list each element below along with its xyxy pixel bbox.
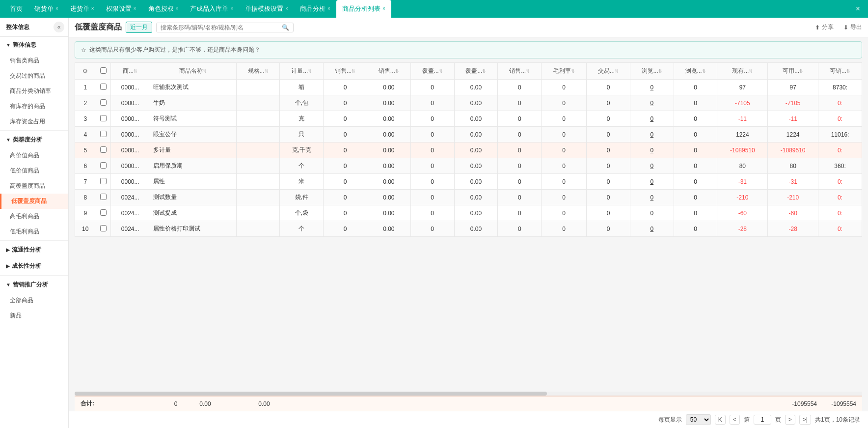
row-checkbox[interactable] (96, 205, 110, 221)
nav-product-analysis[interactable]: 商品分析 × (294, 0, 336, 18)
row-checkbox-input[interactable] (100, 194, 107, 200)
row-browse1[interactable]: 0 (630, 95, 674, 111)
row-checkbox-input[interactable] (100, 225, 107, 231)
sidebar-group-marketing[interactable]: ▼ 营销推广分析 (0, 277, 68, 293)
row-checkbox-input[interactable] (100, 209, 107, 216)
sort-trade-count-icon[interactable]: ⇅ (615, 69, 619, 74)
row-checkbox[interactable] (96, 127, 110, 143)
page-number-input[interactable] (754, 415, 771, 425)
th-unit[interactable]: 计量...⇅ (280, 63, 324, 80)
th-cover-rate[interactable]: 覆盖...⇅ (454, 63, 498, 80)
th-name[interactable]: 商品名称⇅ (150, 63, 236, 80)
data-table-wrapper[interactable]: ⚙ 商...⇅ 商品名称⇅ 规格...⇅ 计量...⇅ 销售...⇅ 销售...… (75, 62, 862, 392)
row-checkbox[interactable] (96, 95, 110, 111)
close-template-settings[interactable]: × (285, 0, 288, 18)
sort-browse2-icon[interactable]: ⇅ (702, 69, 706, 74)
row-checkbox[interactable] (96, 80, 110, 95)
select-all-checkbox[interactable] (100, 67, 107, 74)
sort-available-icon[interactable]: ⇅ (799, 69, 803, 74)
sort-saleable-icon[interactable]: ⇅ (846, 69, 850, 74)
row-checkbox[interactable] (96, 221, 110, 237)
sort-sales-qty-icon[interactable]: ⇅ (352, 69, 355, 74)
row-checkbox[interactable] (96, 111, 110, 127)
first-page-button[interactable]: K (715, 415, 726, 425)
close-purchase-order[interactable]: × (91, 0, 94, 18)
sidebar-item-traded-products[interactable]: 交易过的商品 (0, 68, 68, 84)
th-browse2[interactable]: 浏览...⇅ (674, 63, 717, 80)
row-browse1[interactable]: 0 (630, 174, 674, 190)
horizontal-scrollbar[interactable] (75, 392, 862, 396)
nav-product-analysis-list[interactable]: 商品分析列表 × (336, 0, 391, 18)
nav-purchase-order[interactable]: 进货单 × (64, 0, 100, 18)
row-checkbox-input[interactable] (100, 178, 107, 184)
th-trade-count[interactable]: 交易...⇅ (587, 63, 630, 80)
prev-page-button[interactable]: < (730, 415, 740, 425)
row-checkbox[interactable] (96, 174, 110, 190)
close-product-analysis-list[interactable]: × (382, 0, 385, 18)
sidebar-item-all-products[interactable]: 全部商品 (0, 293, 68, 308)
sort-current-stock-icon[interactable]: ⇅ (749, 69, 753, 74)
row-browse1[interactable]: 0 (630, 205, 674, 221)
page-size-select[interactable]: 50 20 100 (686, 414, 711, 425)
sidebar-item-stocked[interactable]: 有库存的商品 (0, 99, 68, 114)
row-checkbox[interactable] (96, 190, 110, 205)
nav-product-inbound[interactable]: 产成品入库单 × (184, 0, 239, 18)
sidebar-collapse-button[interactable]: « (54, 22, 64, 32)
row-checkbox-input[interactable] (100, 131, 107, 137)
row-browse1[interactable]: 0 (630, 80, 674, 95)
sort-browse1-icon[interactable]: ⇅ (658, 69, 662, 74)
sort-sales-amt-icon[interactable]: ⇅ (395, 69, 399, 74)
row-browse1[interactable]: 0 (630, 143, 674, 158)
row-checkbox[interactable] (96, 158, 110, 174)
sidebar-item-low-value[interactable]: 低价值商品 (0, 163, 68, 178)
close-sales-order[interactable]: × (55, 0, 58, 18)
row-browse1[interactable]: 0 (630, 127, 674, 143)
next-page-button[interactable]: > (785, 415, 795, 425)
sort-cover-count-icon[interactable]: ⇅ (439, 69, 443, 74)
nav-sales-order[interactable]: 销货单 × (28, 0, 64, 18)
sidebar-group-growth[interactable]: ▶ 成长性分析 (0, 258, 68, 274)
sort-sales-days-icon[interactable]: ⇅ (526, 69, 530, 74)
sidebar-group-quality[interactable]: ▼ 类群度分析 (0, 132, 68, 148)
sort-cover-rate-icon[interactable]: ⇅ (482, 69, 486, 74)
sidebar-group-flow[interactable]: ▶ 流通性分析 (0, 242, 68, 258)
row-checkbox-input[interactable] (100, 162, 107, 169)
th-gross-rate[interactable]: 毛利率⇅ (542, 63, 587, 80)
nav-home[interactable]: 首页 (4, 0, 28, 18)
search-input[interactable] (161, 24, 280, 31)
period-filter-button[interactable]: 近一月 (126, 22, 152, 33)
th-current-stock[interactable]: 现有...⇅ (717, 63, 768, 80)
row-browse1[interactable]: 0 (630, 111, 674, 127)
row-checkbox-input[interactable] (100, 115, 107, 121)
th-browse1[interactable]: 浏览...⇅ (630, 63, 674, 80)
search-icon[interactable]: 🔍 (282, 24, 289, 31)
th-sales-qty[interactable]: 销售...⇅ (324, 63, 367, 80)
th-code[interactable]: 商...⇅ (110, 63, 150, 80)
sidebar-item-high-value[interactable]: 高价值商品 (0, 148, 68, 163)
close-product-inbound[interactable]: × (230, 0, 233, 18)
row-checkbox-input[interactable] (100, 84, 107, 90)
sidebar-item-high-coverage[interactable]: 高覆盖度商品 (0, 178, 68, 194)
nav-permission-settings[interactable]: 权限设置 × (100, 0, 142, 18)
row-checkbox-input[interactable] (100, 99, 107, 106)
last-page-button[interactable]: >| (799, 415, 811, 425)
settings-icon[interactable]: ⚙ (82, 68, 88, 75)
sidebar-item-category-rate[interactable]: 商品分类动销率 (0, 84, 68, 99)
th-spec[interactable]: 规格...⇅ (236, 63, 280, 80)
row-browse1[interactable]: 0 (630, 158, 674, 174)
close-permission-settings[interactable]: × (134, 0, 136, 18)
th-cover-count[interactable]: 覆盖...⇅ (410, 63, 454, 80)
th-checkbox[interactable] (96, 63, 110, 80)
row-browse1[interactable]: 0 (630, 221, 674, 237)
nav-template-settings[interactable]: 单据模板设置 × (239, 0, 294, 18)
sidebar-item-sales-products[interactable]: 销售类商品 (0, 53, 68, 68)
sort-gross-rate-icon[interactable]: ⇅ (571, 69, 575, 74)
sort-code-icon[interactable]: ⇅ (134, 69, 137, 74)
scrollbar-thumb[interactable] (75, 392, 547, 396)
close-all-tabs[interactable]: × (852, 4, 864, 13)
share-button[interactable]: ⬆ 分享 (815, 23, 834, 31)
nav-role-auth[interactable]: 角色授权 × (142, 0, 185, 18)
sort-spec-icon[interactable]: ⇅ (265, 69, 269, 74)
th-available[interactable]: 可用...⇅ (768, 63, 818, 80)
sidebar-item-stock-capital[interactable]: 库存资金占用 (0, 114, 68, 129)
